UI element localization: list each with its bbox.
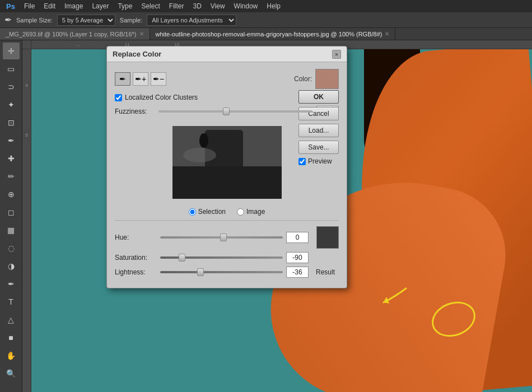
tool-eyedropper[interactable]: ✒ — [3, 132, 20, 149]
preview-checkbox-label[interactable]: Preview — [298, 157, 339, 165]
sample-size-label: Sample Size: — [16, 17, 53, 24]
tool-eraser[interactable]: ◻ — [3, 204, 20, 221]
menu-select[interactable]: Select — [137, 1, 164, 11]
tab1-close[interactable]: ✕ — [139, 31, 144, 37]
eyedropper-minus-icon: ✒− — [153, 74, 164, 83]
tool-wand[interactable]: ✦ — [3, 96, 20, 113]
cancel-button[interactable]: Cancel — [298, 107, 339, 120]
hue-thumb[interactable] — [220, 234, 227, 241]
canvas-area: ... 11 12 4 5 — [22, 40, 532, 392]
lightness-slider[interactable] — [160, 271, 283, 273]
preview-image — [172, 126, 282, 199]
image-label: Image — [246, 208, 265, 216]
fuzziness-thumb[interactable] — [223, 108, 230, 115]
tool-crop[interactable]: ⊡ — [3, 114, 20, 131]
tab-image2[interactable]: white-outline-photoshop-removal-emma-gri… — [150, 28, 396, 40]
options-bar: ✒ Sample Size: 5 by 5 Average Sample: Al… — [0, 12, 532, 28]
eyedropper-add-button[interactable]: ✒+ — [133, 72, 148, 86]
ruler-vertical: 4 5 — [22, 49, 31, 392]
lightness-thumb[interactable] — [197, 268, 204, 276]
tool-hand[interactable]: ✋ — [3, 347, 20, 364]
tool-blur[interactable]: ◌ — [3, 240, 20, 256]
tool-clone[interactable]: ⊕ — [3, 186, 20, 203]
image-radio-label[interactable]: Image — [237, 208, 265, 216]
tab-image1[interactable]: _MG_2693.tif @ 100% (Layer 1 copy, RGB/1… — [0, 28, 150, 40]
menu-bar: Ps File Edit Image Layer Type Select Fil… — [0, 0, 532, 12]
tool-zoom[interactable]: 🔍 — [3, 365, 20, 382]
lightness-row: Lightness: -36 Result — [115, 267, 339, 278]
result-label: Result — [316, 268, 335, 276]
tool-dodge[interactable]: ◑ — [3, 258, 20, 274]
eyedropper-icon: ✒ — [119, 74, 126, 83]
saturation-thumb[interactable] — [179, 254, 185, 262]
menu-help[interactable]: Help — [263, 1, 284, 11]
dialog-body: OK Cancel Load... Save... Preview — [107, 62, 347, 288]
lightness-value[interactable]: -36 — [286, 267, 309, 278]
sample-select[interactable]: All Layers no Adjustments — [147, 15, 236, 26]
menu-window[interactable]: Window — [230, 1, 262, 11]
menu-edit[interactable]: Edit — [40, 1, 59, 11]
preview-checkbox[interactable] — [298, 158, 306, 165]
tab-bar: _MG_2693.tif @ 100% (Layer 1 copy, RGB/1… — [0, 28, 532, 40]
menu-type[interactable]: Type — [114, 1, 136, 11]
tool-pen[interactable]: ✒ — [3, 276, 20, 292]
tool-path[interactable]: △ — [3, 311, 20, 328]
tab2-close[interactable]: ✕ — [385, 31, 389, 37]
saturation-slider[interactable] — [160, 256, 283, 259]
load-button[interactable]: Load... — [298, 124, 339, 137]
tab2-label: white-outline-photoshop-removal-emma-gri… — [156, 31, 382, 38]
eyedropper-row: ✒ ✒+ ✒− Color: — [115, 69, 339, 89]
main-area: ✛ ▭ ⊃ ✦ ⊡ ✒ ✚ ✏ ⊕ ◻ ▦ ◌ ◑ ✒ T △ ■ ✋ 🔍 ..… — [0, 40, 532, 392]
replace-color-dialog[interactable]: Replace Color × OK Cancel Load... Save..… — [106, 46, 347, 288]
fuzziness-label: Fuzziness: — [115, 108, 154, 115]
hue-row: Hue: 0 — [115, 226, 339, 249]
lightness-label: Lightness: — [115, 268, 157, 276]
tools-panel: ✛ ▭ ⊃ ✦ ⊡ ✒ ✚ ✏ ⊕ ◻ ▦ ◌ ◑ ✒ T △ ■ ✋ 🔍 — [0, 40, 22, 392]
hue-slider[interactable] — [160, 236, 283, 239]
sample-size-select[interactable]: 5 by 5 Average — [57, 15, 115, 26]
selection-label: Selection — [198, 208, 226, 216]
hue-value[interactable]: 0 — [286, 232, 309, 243]
color-label: Color: — [294, 75, 312, 83]
image-radio[interactable] — [237, 208, 244, 216]
annotation-arrow — [378, 286, 412, 308]
hue-label: Hue: — [115, 234, 157, 241]
dialog-titlebar[interactable]: Replace Color × — [107, 46, 347, 62]
tool-text[interactable]: T — [3, 293, 20, 310]
menu-view[interactable]: View — [207, 1, 229, 11]
tool-crosshair[interactable]: ✛ — [3, 43, 20, 59]
eyedropper-plus-icon: ✒+ — [135, 74, 146, 83]
hsl-section: Hue: 0 Saturation: — [115, 226, 339, 278]
ok-button[interactable]: OK — [298, 90, 339, 104]
color-swatch[interactable] — [315, 69, 339, 89]
menu-layer[interactable]: Layer — [88, 1, 113, 11]
sample-label: Sample: — [120, 17, 142, 24]
preview-label: Preview — [308, 157, 332, 165]
menu-3d[interactable]: 3D — [189, 1, 205, 11]
menu-file[interactable]: File — [20, 1, 39, 11]
app-logo: Ps — [4, 0, 17, 12]
eyedropper-tool-icon: ✒ — [4, 15, 12, 25]
save-button[interactable]: Save... — [298, 141, 339, 154]
selection-radio-label[interactable]: Selection — [189, 208, 226, 216]
menu-image[interactable]: Image — [60, 1, 87, 11]
view-mode-row: Selection Image — [115, 208, 339, 216]
fuzziness-slider[interactable] — [158, 110, 312, 113]
menu-filter[interactable]: Filter — [165, 1, 188, 11]
tool-marquee[interactable]: ▭ — [3, 60, 20, 77]
dialog-close-button[interactable]: × — [332, 50, 341, 59]
tool-shape[interactable]: ■ — [3, 329, 20, 346]
eyedropper-button[interactable]: ✒ — [115, 72, 130, 86]
dialog-title: Replace Color — [113, 50, 161, 58]
eyedropper-remove-button[interactable]: ✒− — [151, 72, 166, 86]
tool-heal[interactable]: ✚ — [3, 150, 20, 167]
localized-checkbox-label[interactable]: Localized Color Clusters — [115, 94, 198, 101]
saturation-value[interactable]: -90 — [286, 252, 309, 263]
selection-radio[interactable] — [189, 208, 196, 216]
tool-brush[interactable]: ✏ — [3, 168, 20, 185]
tool-gradient[interactable]: ▦ — [3, 222, 20, 239]
localized-label: Localized Color Clusters — [125, 94, 198, 101]
result-swatch — [316, 226, 339, 249]
tool-lasso[interactable]: ⊃ — [3, 78, 20, 95]
localized-checkbox[interactable] — [115, 94, 122, 101]
